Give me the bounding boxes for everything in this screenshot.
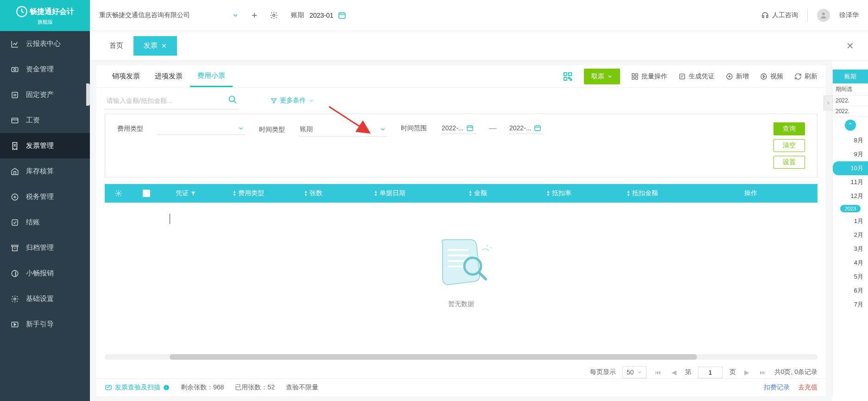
date-to-input[interactable]: 2022-...	[508, 122, 545, 134]
th-voucher[interactable]: 凭证	[160, 184, 211, 203]
sidebar-item-stock[interactable]: 库存核算	[0, 159, 90, 184]
sidebar-item-salary[interactable]: 工资	[0, 108, 90, 133]
gen-voucher-button[interactable]: 生成凭证	[678, 72, 715, 81]
per-page-select[interactable]: 50	[622, 366, 646, 378]
expense-type-select[interactable]	[157, 122, 245, 135]
page-last-button[interactable]: ⏭	[758, 369, 768, 376]
svg-rect-20	[635, 77, 638, 79]
sidebar-item-tax[interactable]: 税务管理	[0, 184, 90, 210]
tab-close-icon[interactable]: ✕	[161, 42, 167, 50]
help-button[interactable]: 人工咨询	[761, 11, 798, 19]
sort-icon: ▲▼	[233, 190, 236, 197]
table-header: 凭证 ▲▼ 费用类型 ▲▼ 张数 ▲▼ 单据日期 ▲▼ 金额	[105, 184, 817, 203]
search-icon[interactable]	[228, 95, 237, 104]
tabs-bar: 首页 发票 ✕ ✕	[90, 31, 868, 61]
subtab-sales-invoice[interactable]: 销项发票	[105, 66, 147, 87]
period-panel-range-from[interactable]: 2022.	[833, 95, 868, 106]
tab-label: 首页	[109, 41, 123, 50]
sidebar-item-archive[interactable]: 归档管理	[0, 235, 90, 261]
subtab-expense-receipt[interactable]: 费用小票	[190, 66, 233, 87]
scrollbar-thumb[interactable]	[170, 354, 697, 360]
period-calendar-button[interactable]	[338, 11, 346, 19]
th-count[interactable]: ▲▼ 张数	[285, 184, 341, 203]
period-month[interactable]: 1月	[833, 214, 868, 228]
tabs-close-button[interactable]: ✕	[842, 38, 859, 53]
period-month[interactable]: 10月	[833, 161, 868, 175]
sidebar-collapse-handle[interactable]	[86, 83, 90, 106]
sidebar-item-reports[interactable]: 云报表中心	[0, 31, 90, 57]
period-scroll-top[interactable]: ⌃	[845, 120, 856, 131]
query-button[interactable]: 查询	[773, 122, 805, 135]
sidebar-item-invoice[interactable]: 发票管理	[0, 133, 90, 159]
user-avatar[interactable]	[817, 9, 830, 22]
date-from-input[interactable]: 2022-...	[441, 122, 477, 134]
th-expense-type[interactable]: ▲▼ 费用类型	[211, 184, 285, 203]
sidebar-item-settings[interactable]: 基础设置	[0, 286, 90, 312]
table: 凭证 ▲▼ 费用类型 ▲▼ 张数 ▲▼ 单据日期 ▲▼ 金额	[105, 184, 817, 354]
period-month[interactable]: 11月	[833, 175, 868, 189]
period-month[interactable]: 9月	[833, 147, 868, 161]
period-month[interactable]: 3月	[833, 242, 868, 256]
period-month[interactable]: 2月	[833, 228, 868, 242]
money-icon	[10, 65, 19, 74]
page-first-button[interactable]: ⏮	[653, 369, 663, 376]
guide-icon	[10, 320, 19, 329]
company-selector[interactable]: 重庆畅捷交通信息咨询有限公司	[99, 11, 239, 19]
period-panel-range-to[interactable]: 2022.	[833, 106, 868, 117]
filter-settings-button[interactable]: 设置	[773, 156, 805, 169]
sidebar-item-guide[interactable]: 新手引导	[0, 312, 90, 337]
period-month[interactable]: 7月	[833, 298, 868, 312]
sidebar-item-closing[interactable]: 结账	[0, 210, 90, 235]
select-all-checkbox[interactable]	[133, 184, 160, 203]
column-settings-button[interactable]	[105, 184, 133, 203]
search-input[interactable]	[105, 92, 239, 109]
th-date[interactable]: ▲▼ 单据日期	[341, 184, 438, 203]
page-next-button[interactable]: ▶	[742, 369, 751, 376]
video-button[interactable]: 视频	[760, 72, 783, 81]
headset-icon	[761, 11, 769, 19]
th-amount[interactable]: ▲▼ 金额	[438, 184, 517, 203]
horizontal-scrollbar[interactable]	[105, 354, 817, 360]
page-input[interactable]	[698, 367, 723, 378]
qrcode-button[interactable]	[563, 71, 573, 82]
company-settings-button[interactable]	[270, 11, 278, 19]
more-conditions-button[interactable]: 更多条件	[271, 96, 314, 105]
sidebar-item-funds[interactable]: 资金管理	[0, 57, 90, 82]
deduct-log-link[interactable]: 扣费记录	[764, 383, 790, 392]
filter-icon	[271, 97, 277, 104]
sidebar-item-assets[interactable]: 固定资产	[0, 82, 90, 108]
period-panel-toggle[interactable]	[824, 95, 833, 110]
period-month[interactable]: 8月	[833, 134, 868, 147]
period-month[interactable]: 5月	[833, 270, 868, 284]
svg-rect-25	[467, 126, 473, 131]
th-deduct-amount[interactable]: ▲▼ 抵扣金额	[601, 184, 684, 203]
th-operation: 操作	[684, 184, 817, 203]
page-prev-button[interactable]: ◀	[670, 369, 678, 376]
sort-icon: ▲▼	[627, 190, 630, 197]
filter-label: 时间类型	[259, 126, 291, 134]
period-panel-sub: 期间选	[833, 83, 868, 95]
sidebar-item-label: 库存核算	[26, 167, 54, 176]
period-month[interactable]: 12月	[833, 189, 868, 203]
tab-home[interactable]: 首页	[99, 36, 133, 56]
chevron-down-icon	[380, 126, 386, 133]
sidebar-item-label: 工资	[26, 116, 40, 125]
sidebar-item-label: 归档管理	[26, 243, 54, 252]
sidebar-item-reimb[interactable]: 小畅报销	[0, 261, 90, 286]
add-button[interactable]: 新增	[726, 72, 749, 81]
clear-button[interactable]: 清空	[773, 139, 805, 152]
fetch-invoice-button[interactable]: 取票	[584, 69, 620, 84]
refresh-button[interactable]: 刷新	[794, 72, 817, 81]
recharge-link[interactable]: 去充值	[798, 383, 817, 392]
period-month[interactable]: 4月	[833, 256, 868, 270]
th-rate[interactable]: ▲▼ 抵扣率	[517, 184, 601, 203]
period-panel: 账期 期间选 2022. 2022. ⌃ 8月 9月 10月 11月 12月 2…	[832, 70, 868, 394]
add-company-button[interactable]	[250, 11, 259, 19]
batch-button[interactable]: 批量操作	[631, 72, 667, 81]
time-type-select[interactable]: 账期	[299, 122, 387, 137]
user-name[interactable]: 徐泽华	[839, 11, 859, 19]
info-icon[interactable]: i	[163, 384, 170, 391]
subtab-purchase-invoice[interactable]: 进项发票	[147, 66, 190, 87]
tab-invoice[interactable]: 发票 ✕	[133, 36, 177, 56]
period-month[interactable]: 6月	[833, 284, 868, 298]
